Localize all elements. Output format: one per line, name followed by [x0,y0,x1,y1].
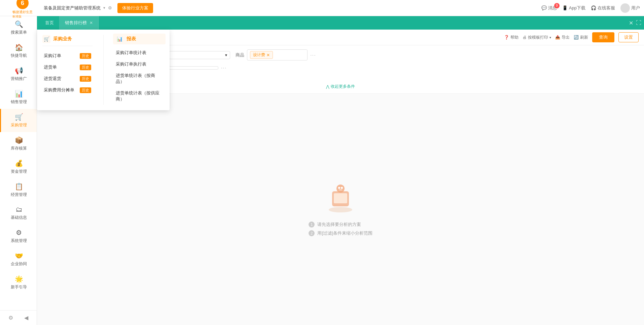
basic-icon: 🗂 [15,206,22,213]
logo-text: 畅捷通好生意 标准版 [12,10,33,19]
svg-point-3 [336,185,345,193]
tab-expand-icon[interactable]: ⛶ [636,20,641,26]
salesperson-more-dots[interactable]: ··· [221,65,227,70]
print-dropdown-arrow[interactable]: ▾ [549,36,551,39]
sidebar-item-basic[interactable]: 🗂 基础信息 [0,202,37,225]
top-bar: 6 畅捷通好生意 标准版 装备及固定资产辅助管理系统 ▾ ⚙ 体验行业方案 💬 … [0,0,644,16]
sidebar-item-enterprise[interactable]: 🤝 企业协同 [0,248,37,271]
sidebar-label-marketing: 营销推广 [11,76,27,82]
sidebar-label-system: 系统管理 [11,238,27,244]
history-badge-3: 历史 [80,87,91,93]
empty-tips: 1 请先选择要分析的方案 2 用[过滤]条件来缩小分析范围 [309,220,372,238]
close-tab-sales-rank[interactable]: ✕ [90,21,93,25]
sidebar-collapse-icon[interactable]: ◀ [24,315,28,321]
sidebar-settings-icon[interactable]: ⚙ [8,315,13,321]
help-icon: ❓ [504,35,509,40]
tip-1: 1 请先选择要分析的方案 [309,220,372,229]
app-download-btn[interactable]: 📱 App下载 [562,5,585,11]
status-select[interactable]: ▾ [163,51,230,59]
sidebar-item-marketing[interactable]: 📢 营销推广 [0,63,37,86]
goods-more-dots[interactable]: ··· [310,52,316,57]
logo-area: 6 畅捷通好生意 标准版 [4,0,41,19]
online-service-btn[interactable]: 🎧 在线客服 [591,5,615,11]
menu-item-purchase-order[interactable]: 采购订单 历史 [42,50,93,62]
sidebar-label-operation: 经营管理 [11,192,27,198]
sales-icon: 📊 [15,90,23,98]
menu-item-receipt[interactable]: 进货单 历史 [42,62,93,73]
tip-num-2: 2 [309,230,315,236]
settings-icon[interactable]: ⚙ [108,5,112,10]
message-btn[interactable]: 💬 9 消息 [541,5,557,11]
sidebar-label-basic: 基础信息 [11,215,27,220]
logo-icon: 6 [16,0,29,9]
empty-illustration [324,181,357,215]
sidebar-item-search[interactable]: 🔍 搜索菜单 [0,16,37,39]
report-header-icon: 📊 [116,35,124,43]
menu-col-purchase: 🛒 采购业务 采购订单 历史 进货单 历史 进货退货 历史 采购费用分摊单 历史 [42,35,93,105]
menu-item-report-receipt-supplier[interactable]: 进货单统计表（按供应商） [114,87,165,105]
refresh-btn[interactable]: 🔄 刷新 [574,35,588,40]
sidebar-item-quicknav[interactable]: 🏠 快捷导航 [0,39,37,63]
industry-btn[interactable]: 体验行业方案 [117,3,153,13]
menu-item-report-receipt-goods[interactable]: 进货单统计表（按商品） [114,70,165,87]
svg-point-4 [338,187,340,189]
query-btn[interactable]: 查询 [592,32,614,42]
tab-close-icon[interactable]: ✕ [629,20,633,26]
tip-num-1: 1 [309,221,315,228]
menu-item-return[interactable]: 进货退货 历史 [42,73,93,84]
user-avatar [620,3,630,13]
history-badge-1: 历史 [80,65,91,70]
sidebar-bottom: ⚙ ◀ [0,310,37,325]
help-btn[interactable]: ❓ 帮助 [504,35,518,40]
goods-input[interactable]: 设计费 ✕ [247,49,308,60]
menu-item-report-order-exec[interactable]: 采购订单执行表 [114,58,165,70]
report-col-header: 📊 报表 [113,34,166,44]
purchase-col-header: 🛒 采购业务 [42,35,93,46]
empty-state: 1 请先选择要分析的方案 2 用[过滤]条件来缩小分析范围 [37,94,644,325]
home-icon: 🏠 [15,43,23,51]
sidebar-label-quicknav: 快捷导航 [11,53,27,58]
refresh-icon: 🔄 [574,35,579,40]
goods-tag: 设计费 ✕ [250,51,273,59]
headset-icon: 🎧 [591,5,596,10]
sidebar-item-finance[interactable]: 💰 资金管理 [0,155,37,178]
collapse-icon: ⋀ [326,84,329,89]
goods-tag-remove[interactable]: ✕ [266,53,270,57]
user-btn[interactable]: 用户 [620,3,640,13]
sidebar-item-purchase[interactable]: 🛒 采购管理 [0,109,37,132]
tip-2: 2 用[过滤]条件来缩小分析范围 [309,229,372,238]
sidebar-item-sales[interactable]: 📊 销售管理 [0,86,37,109]
history-badge-0: 历史 [80,53,91,59]
export-btn[interactable]: 📤 导出 [555,35,570,40]
sidebar-item-system[interactable]: ⚙ 系统管理 [0,225,37,248]
sidebar-label-purchase: 采购管理 [11,122,27,128]
message-badge: 9 [554,3,560,8]
tab-sales-rank[interactable]: 销售排行榜 ✕ [60,16,99,30]
status-select-arrow: ▾ [225,53,227,57]
print-icon: 🖨 [523,35,527,40]
set-btn[interactable]: 设置 [618,32,639,42]
sidebar-item-inventory[interactable]: 📦 库存核算 [0,132,37,155]
sidebar-label-enterprise: 企业协同 [11,261,27,267]
inventory-icon: 📦 [15,136,23,144]
export-icon: 📤 [555,35,560,40]
purchase-dropdown-menu: 🛒 采购业务 采购订单 历史 进货单 历史 进货退货 历史 采购费用分摊单 历史… [37,30,170,110]
title-dropdown-arrow[interactable]: ▾ [103,6,105,10]
goods-label: 商品 [236,52,244,58]
newbie-icon: 🌟 [15,275,23,283]
operation-icon: 📋 [15,182,23,191]
sidebar-item-operation[interactable]: 📋 经营管理 [0,178,37,202]
menu-item-expense[interactable]: 采购费用分摊单 历史 [42,84,93,96]
search-icon: 🔍 [15,20,23,28]
menu-item-report-order-stat[interactable]: 采购订单统计表 [114,47,165,58]
tab-home[interactable]: 首页 [40,16,60,30]
sidebar-label-newbie: 新手引导 [11,284,27,290]
finance-icon: 💰 [15,159,23,167]
history-badge-2: 历史 [80,76,91,82]
sidebar-item-newbie[interactable]: 🌟 新手引导 [0,271,37,294]
print-btn[interactable]: 🖨 按模板打印 ▾ [523,35,551,40]
top-right-actions: 💬 9 消息 📱 App下载 🎧 在线客服 用户 [541,3,640,13]
marketing-icon: 📢 [15,67,23,75]
enterprise-icon: 🤝 [15,252,23,260]
tab-actions: ✕ ⛶ [629,20,641,26]
